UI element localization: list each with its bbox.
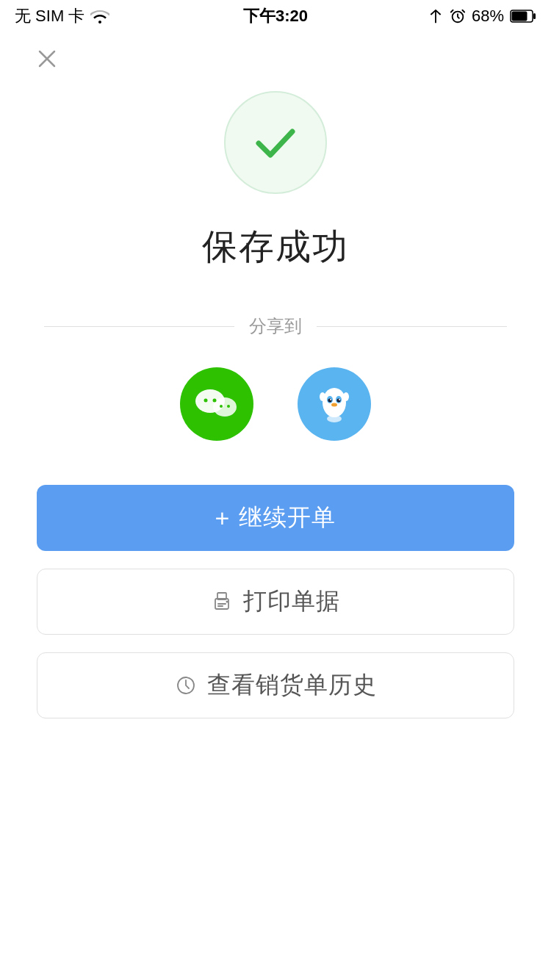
continue-order-button[interactable]: + 继续开单 (37, 485, 514, 551)
svg-point-13 (327, 415, 342, 422)
svg-rect-25 (217, 603, 226, 605)
svg-point-17 (337, 399, 341, 403)
history-button[interactable]: 查看销货单历史 (37, 652, 514, 718)
status-bar-left: 无 SIM 卡 (15, 5, 109, 27)
share-icons-row (180, 367, 371, 441)
alarm-icon (450, 8, 466, 24)
qq-icon (312, 382, 356, 426)
share-section: 分享到 (0, 314, 551, 441)
divider-right (317, 326, 507, 327)
svg-point-19 (339, 399, 340, 400)
svg-point-18 (330, 399, 331, 400)
history-label: 查看销货单历史 (207, 669, 377, 702)
action-buttons: + 继续开单 打印单据 查看销货单历史 (0, 485, 551, 718)
status-bar-right: 68% (428, 7, 536, 26)
battery-percent: 68% (472, 7, 504, 26)
svg-point-7 (213, 397, 237, 417)
share-label: 分享到 (234, 314, 317, 338)
svg-point-8 (204, 399, 208, 403)
svg-point-9 (213, 399, 217, 403)
print-label: 打印单据 (243, 586, 340, 618)
wechat-share-button[interactable] (180, 367, 253, 441)
svg-point-11 (227, 405, 230, 408)
wifi-icon (90, 9, 109, 24)
svg-point-22 (343, 392, 349, 401)
plus-icon: + (215, 504, 231, 533)
svg-point-27 (226, 601, 228, 603)
battery-icon (510, 10, 536, 23)
divider-left (44, 326, 234, 327)
svg-rect-2 (533, 13, 536, 19)
print-icon (211, 591, 233, 613)
success-title: 保存成功 (202, 223, 349, 270)
success-icon-circle (224, 91, 327, 194)
svg-rect-26 (217, 605, 223, 607)
share-divider-row: 分享到 (0, 314, 551, 338)
sim-status: 无 SIM 卡 (15, 5, 84, 27)
close-button[interactable] (29, 41, 65, 76)
svg-point-10 (220, 405, 223, 408)
continue-order-label: 继续开单 (239, 502, 336, 534)
svg-point-12 (323, 388, 346, 417)
svg-rect-3 (512, 12, 527, 21)
print-button[interactable]: 打印单据 (37, 569, 514, 635)
main-content: 保存成功 分享到 (0, 32, 551, 980)
checkmark-icon (250, 117, 301, 168)
svg-point-20 (331, 403, 337, 407)
wechat-icon (194, 385, 240, 423)
svg-point-21 (320, 392, 325, 401)
qq-share-button[interactable] (298, 367, 371, 441)
history-icon (175, 674, 197, 696)
location-icon (428, 8, 444, 24)
status-bar: 无 SIM 卡 下午3:20 68% (0, 0, 551, 32)
svg-point-16 (328, 399, 332, 403)
status-bar-time: 下午3:20 (243, 5, 308, 27)
